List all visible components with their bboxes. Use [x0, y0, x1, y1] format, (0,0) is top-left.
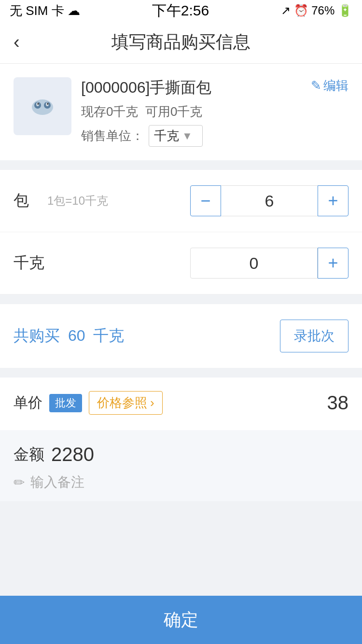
amount-value: 2280: [51, 444, 94, 465]
batch-button[interactable]: 录批次: [280, 320, 348, 352]
product-name: [0000006]手撕面包: [81, 77, 211, 98]
status-right: ↗ ⏰ 76% 🔋: [281, 4, 352, 17]
bag-quantity-controls: − +: [190, 185, 348, 216]
product-unit: 销售单位： 千克 ▼: [81, 125, 348, 147]
product-card: [0000006]手撕面包 ✎ 编辑 现存0千克 可用0千克 销售单位： 千克 …: [0, 64, 362, 160]
product-image: [14, 77, 71, 135]
battery-icon: ↗ ⏰ 76% 🔋: [281, 4, 352, 17]
price-label: 单价: [14, 393, 42, 413]
kg-label: 千克: [14, 252, 44, 274]
status-time: 下午2:56: [152, 1, 209, 21]
kg-quantity-input[interactable]: [190, 248, 318, 279]
price-row: 单价 批发 价格参照 › 38: [14, 391, 348, 415]
total-row: 共购买 60 千克 录批次: [0, 304, 362, 368]
edit-button[interactable]: ✎ 编辑: [311, 77, 348, 94]
kg-quantity-controls: +: [190, 248, 348, 279]
price-reference-button[interactable]: 价格参照 ›: [89, 391, 163, 415]
back-button[interactable]: ‹: [14, 32, 20, 53]
bag-plus-button[interactable]: +: [318, 185, 348, 216]
bag-quantity-input[interactable]: [221, 185, 318, 216]
price-value: 38: [327, 392, 349, 414]
confirm-button[interactable]: 确定: [164, 608, 198, 632]
sim-status: 无 SIM 卡 ☁: [10, 2, 80, 19]
product-logo-icon: [28, 92, 57, 121]
amount-section: 金额 2280 ✏ 输入备注: [0, 430, 362, 501]
status-bar: 无 SIM 卡 ☁ 下午2:56 ↗ ⏰ 76% 🔋: [0, 0, 362, 21]
unit-selector[interactable]: 千克 ▼: [149, 125, 203, 147]
amount-label: 金额: [14, 444, 44, 465]
remark-row[interactable]: ✏ 输入备注: [14, 473, 348, 491]
svg-point-5: [38, 103, 39, 105]
page-title: 填写商品购买信息: [111, 30, 251, 54]
bag-minus-button[interactable]: −: [190, 185, 221, 216]
kg-plus-button[interactable]: +: [318, 248, 348, 279]
product-info: [0000006]手撕面包 ✎ 编辑 现存0千克 可用0千克 销售单位： 千克 …: [81, 77, 348, 147]
bag-label: 包: [14, 190, 42, 211]
pencil-icon: ✏: [14, 475, 25, 490]
amount-row: 金额 2280: [14, 444, 348, 465]
confirm-bar[interactable]: 确定: [0, 596, 362, 644]
remark-placeholder: 输入备注: [30, 473, 84, 491]
bag-hint: 1包=10千克: [47, 193, 190, 209]
quantity-section: 包 1包=10千克 − + 千克 +: [0, 170, 362, 294]
product-stock: 现存0千克 可用0千克: [81, 103, 348, 120]
price-section: 单价 批发 价格参照 › 38: [0, 378, 362, 430]
total-section: 共购买 60 千克 录批次: [0, 304, 362, 368]
bag-quantity-row: 包 1包=10千克 − +: [0, 170, 362, 232]
svg-point-6: [47, 103, 49, 105]
kg-quantity-row: 千克 +: [0, 232, 362, 294]
price-tag: 批发: [49, 394, 82, 412]
total-text: 共购买 60 千克: [14, 325, 124, 347]
edit-icon: ✎: [311, 78, 321, 93]
status-left: 无 SIM 卡 ☁: [10, 2, 80, 19]
nav-bar: ‹ 填写商品购买信息: [0, 21, 362, 64]
